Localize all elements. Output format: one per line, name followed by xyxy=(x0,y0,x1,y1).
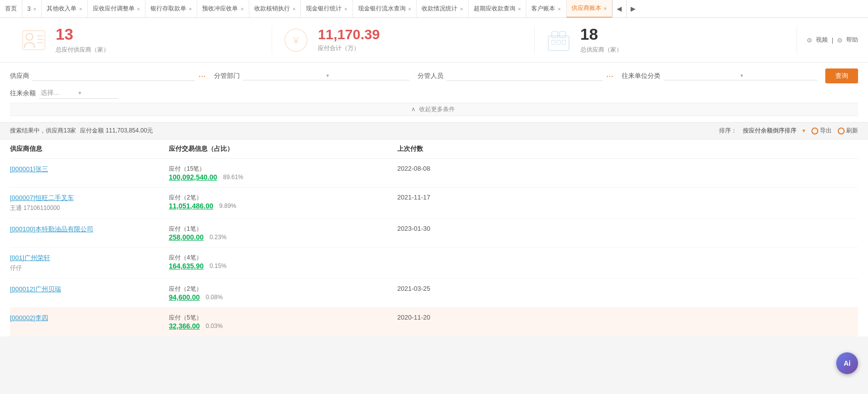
total-suppliers-label: 总供应商（家） xyxy=(580,46,622,54)
filter-area: 供应商 ··· 分管部门 ▾ 分管人员 ··· 往来单位分类 ▾ 查询 xyxy=(0,63,868,123)
table-row: [000007]恒旺二手叉车 王通 17106110000 应付（2笔） 11,… xyxy=(10,188,858,219)
sort-select[interactable]: 按应付余额倒序排序 xyxy=(743,127,796,135)
query-button[interactable]: 查询 xyxy=(825,68,858,83)
transaction-cell-0: 应付（15笔） 100,092,540.00 89.61% xyxy=(169,165,397,181)
nav-tab-payment-close[interactable]: × xyxy=(292,6,295,12)
summary-card-ap-suppliers: 13 总应付供应商（家） xyxy=(10,26,272,54)
last-pay-date-0: 2022-08-08 xyxy=(397,165,431,172)
balance-select-value: 选择... xyxy=(41,88,78,97)
lastpay-cell-4: 2021-03-25 xyxy=(397,285,858,292)
tx-amount-0[interactable]: 100,092,540.00 xyxy=(169,173,217,181)
nav-tab-vendor-book[interactable]: 供应商账本 × xyxy=(567,0,612,18)
supplier-input[interactable] xyxy=(32,71,195,81)
nav-tab-customer-close[interactable]: × xyxy=(558,6,561,12)
tx-label-3: 应付（4笔） xyxy=(169,254,397,262)
person-search-icon[interactable]: ··· xyxy=(606,71,613,80)
nav-tab-bank-label: 银行存取款单 xyxy=(150,4,186,13)
nav-tab-cash-flow-close[interactable]: × xyxy=(408,6,411,12)
svg-point-1 xyxy=(26,33,33,40)
nav-tab-home[interactable]: 首页 xyxy=(0,0,22,18)
person-input[interactable] xyxy=(446,71,603,81)
last-pay-date-5: 2020-11-20 xyxy=(397,314,431,321)
nav-tab-3[interactable]: 3 × xyxy=(22,0,42,18)
category-select[interactable]: ▾ xyxy=(663,71,818,80)
help-link[interactable]: 帮助 xyxy=(846,36,858,44)
nav-tab-payment-verify[interactable]: 收款核销执行 × xyxy=(249,0,301,18)
tx-percent-1: 9.89% xyxy=(219,202,236,209)
supplier-search-icon[interactable]: ··· xyxy=(198,71,206,80)
transaction-cell-1: 应付（2笔） 11,051,486.00 9.89% xyxy=(169,194,397,210)
nav-tab-ar-ap-label: 应收应付调整单 xyxy=(93,4,135,13)
nav-tab-cash-bank-stat[interactable]: 现金银行统计 × xyxy=(301,0,353,18)
result-bar: 搜索结果中，供应商13家 应付金额 111,703,854.00元 排序： 按应… xyxy=(0,123,868,139)
tx-amount-3[interactable]: 164,635.90 xyxy=(169,262,204,270)
lastpay-cell-5: 2020-11-20 xyxy=(397,314,858,321)
summary-ap-total-info: 11,170.39 应付合计（万） xyxy=(318,27,380,53)
tx-amount-1[interactable]: 11,051,486.00 xyxy=(169,202,214,210)
nav-tab-overdue-close[interactable]: × xyxy=(518,6,521,12)
nav-tab-vendor-label: 供应商账本 xyxy=(572,4,601,12)
nav-tab-vendor-close[interactable]: × xyxy=(604,5,607,11)
tx-percent-2: 0.23% xyxy=(210,234,226,241)
nav-tab-home-label: 首页 xyxy=(5,4,17,13)
nav-tab-ar-ap-adjust[interactable]: 应收应付调整单 × xyxy=(88,0,145,18)
supplier-link-2[interactable]: [000100]本特勤油品有限公司 xyxy=(10,225,169,234)
tx-label-4: 应付（2笔） xyxy=(169,285,397,293)
svg-rect-7 xyxy=(548,36,569,50)
tx-amount-5[interactable]: 32,366.00 xyxy=(169,322,200,330)
nav-tab-other-income-close[interactable]: × xyxy=(79,6,82,12)
tx-percent-3: 0.15% xyxy=(210,263,226,269)
balance-chevron-icon: ▾ xyxy=(78,90,116,96)
nav-tab-prepay-ar[interactable]: 预收冲应收单 × xyxy=(197,0,249,18)
tx-percent-5: 0.03% xyxy=(206,323,222,329)
export-button[interactable]: 导出 xyxy=(811,127,832,135)
nav-tab-bank-close[interactable]: × xyxy=(189,6,192,12)
nav-tab-receipt-stat[interactable]: 收款情况统计 × xyxy=(417,0,468,18)
refresh-button[interactable]: 刷新 xyxy=(838,127,858,135)
ap-total-label: 应付合计（万） xyxy=(318,44,380,53)
supplier-cell-2: [000100]本特勤油品有限公司 xyxy=(10,225,169,234)
nav-tab-cash-flow-label: 现金银行流水查询 xyxy=(358,4,406,13)
nav-tab-bank-deposit[interactable]: 银行存取款单 × xyxy=(145,0,197,18)
table-row: [001]广州荣轩 仔仔 应付（4笔） 164,635.90 0.15% xyxy=(10,248,858,279)
nav-tab-customer-book[interactable]: 客户账本 × xyxy=(526,0,566,18)
header-transaction: 应付交易信息（占比） xyxy=(169,144,397,153)
nav-tab-cash-bank-flow[interactable]: 现金银行流水查询 × xyxy=(353,0,417,18)
supplier-link-5[interactable]: [000002]李四 xyxy=(10,314,169,323)
ap-suppliers-icon xyxy=(20,26,48,54)
nav-tab-receipt-stat-close[interactable]: × xyxy=(460,6,463,12)
supplier-link-1[interactable]: [000007]恒旺二手叉车 xyxy=(10,194,169,202)
video-link[interactable]: 视频 xyxy=(816,36,828,44)
nav-tab-ar-ap-close[interactable]: × xyxy=(137,6,140,12)
filter-supplier: 供应商 ··· xyxy=(10,71,206,81)
sort-chevron-icon: ▾ xyxy=(802,128,805,134)
nav-tab-prepay-close[interactable]: × xyxy=(240,6,243,12)
tx-percent-0: 89.61% xyxy=(223,174,243,181)
top-right-links: ⊙ 视频 | ⊙ 帮助 xyxy=(797,36,858,44)
ap-total-icon: ¥ xyxy=(282,26,310,54)
lastpay-cell-2: 2023-01-30 xyxy=(397,225,858,232)
nav-tab-3-close[interactable]: × xyxy=(33,6,36,12)
balance-select[interactable]: 选择... ▾ xyxy=(39,87,118,99)
tx-label-2: 应付（1笔） xyxy=(169,225,397,233)
filter-category: 往来单位分类 ▾ xyxy=(622,71,818,80)
nav-tab-cash-stat-close[interactable]: × xyxy=(344,6,347,12)
help-icon: ⊙ xyxy=(837,37,842,44)
tx-amount-4[interactable]: 94,600.00 xyxy=(169,293,200,301)
supplier-link-3[interactable]: [001]广州荣轩 xyxy=(10,254,169,263)
nav-tab-prepay-label: 预收冲应收单 xyxy=(202,4,238,13)
nav-scroll-left[interactable]: ◀ xyxy=(612,0,626,18)
collapse-button[interactable]: ∧ 收起更多条件 xyxy=(10,103,858,116)
dept-select[interactable]: ▾ xyxy=(243,71,410,80)
nav-tab-other-income[interactable]: 其他收入单 × xyxy=(42,0,87,18)
table-row: [000012]广州贝瑞 应付（2笔） 94,600.00 0.08% 2021… xyxy=(10,279,858,308)
nav-tab-overdue-ar[interactable]: 超期应收款查询 × xyxy=(469,0,526,18)
ap-suppliers-label: 总应付供应商（家） xyxy=(56,46,109,54)
refresh-icon xyxy=(838,128,845,134)
supplier-link-4[interactable]: [000012]广州贝瑞 xyxy=(10,285,169,294)
transaction-cell-2: 应付（1笔） 258,000.00 0.23% xyxy=(169,225,397,241)
nav-scroll-right[interactable]: ▶ xyxy=(626,0,640,18)
filter-dept: 分管部门 ▾ xyxy=(214,71,410,80)
tx-amount-2[interactable]: 258,000.00 xyxy=(169,233,204,241)
supplier-link-0[interactable]: [000001]张三 xyxy=(10,165,169,174)
